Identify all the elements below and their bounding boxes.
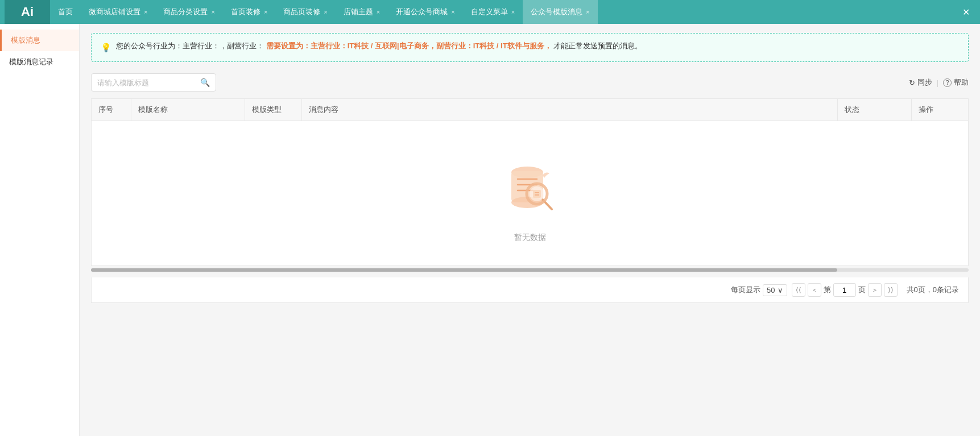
nav-tab-home[interactable]: 首页	[50, 0, 81, 24]
toolbar-right: ↻ 同步 | ? 帮助	[909, 77, 969, 88]
nav-tab-custom-menu[interactable]: 自定义菜单 ×	[463, 0, 523, 24]
first-page-button[interactable]: ⟨⟨	[792, 283, 805, 297]
sidebar-item-template-msg-record[interactable]: 模版消息记录	[0, 51, 79, 73]
next-page-button[interactable]: ＞	[868, 283, 882, 297]
table-header-row: 序号 模版名称 模版类型 消息内容 状态 操作	[92, 99, 969, 121]
col-actions: 操作	[912, 99, 969, 121]
scrollbar-thumb[interactable]	[91, 268, 837, 272]
prev-page-button[interactable]: ＜	[808, 283, 821, 297]
close-tab-category-settings[interactable]: ×	[211, 9, 214, 15]
close-tab-custom-menu[interactable]: ×	[511, 9, 515, 15]
pagination-bar: 每页显示 50 ∨ ⟨⟨ ＜ 第 页 ＞ ⟩⟩ 共0页，0条记录	[91, 277, 969, 303]
content-area: 💡 您的公众号行业为：主营行业：，副营行业： 需要设置为：主营行业：IT科技 /…	[80, 24, 980, 436]
close-tab-product-decor[interactable]: ×	[324, 9, 327, 15]
col-content: 消息内容	[302, 99, 838, 121]
alert-text: 您的公众号行业为：主营行业：，副营行业： 需要设置为：主营行业：IT科技 / 互…	[116, 40, 642, 52]
nav-tab-open-mall[interactable]: 开通公众号商城 ×	[388, 0, 462, 24]
sync-button[interactable]: ↻ 同步	[909, 77, 932, 88]
chevron-down-icon: ∨	[778, 286, 783, 294]
page-nav: ⟨⟨ ＜ 第 页 ＞ ⟩⟩	[792, 283, 898, 297]
nav-tab-home-decor[interactable]: 首页装修 ×	[223, 0, 275, 24]
nav-tab-template-msg[interactable]: 公众号模版消息 ×	[523, 0, 597, 24]
close-tab-store-settings[interactable]: ×	[144, 9, 147, 15]
col-type: 模版类型	[245, 99, 302, 121]
top-navigation: Ai 首页 微商城店铺设置 × 商品分类设置 × 首页装修 × 商品页装修 × …	[0, 0, 980, 24]
col-name: 模版名称	[131, 99, 245, 121]
close-tab-store-theme[interactable]: ×	[377, 9, 380, 15]
alert-notice: 💡 您的公众号行业为：主营行业：，副营行业： 需要设置为：主营行业：IT科技 /…	[91, 33, 969, 62]
search-icon[interactable]: 🔍	[200, 78, 210, 87]
col-seq: 序号	[92, 99, 131, 121]
search-input-wrap[interactable]: 🔍	[91, 73, 216, 92]
nav-tab-category-settings[interactable]: 商品分类设置 ×	[155, 0, 222, 24]
col-status: 状态	[838, 99, 912, 121]
nav-tab-store-settings[interactable]: 微商城店铺设置 ×	[81, 0, 155, 24]
nav-tab-store-theme[interactable]: 店铺主题 ×	[336, 0, 388, 24]
page-size-select: 每页显示 50 ∨	[731, 284, 787, 296]
main-layout: 模版消息 模版消息记录 💡 您的公众号行业为：主营行业：，副营行业： 需要设置为…	[0, 24, 980, 436]
page-size-dropdown[interactable]: 50 ∨	[763, 284, 787, 296]
alert-icon: 💡	[101, 41, 111, 55]
toolbar-divider: |	[937, 78, 938, 87]
search-bar: 🔍 ↻ 同步 | ? 帮助	[91, 73, 969, 92]
empty-state: 暂无数据	[92, 121, 968, 265]
empty-text: 暂无数据	[92, 232, 968, 243]
svg-rect-9	[533, 190, 541, 198]
sidebar-item-template-msg[interactable]: 模版消息	[0, 30, 79, 51]
sidebar: 模版消息 模版消息记录	[0, 24, 80, 436]
sync-icon: ↻	[909, 78, 915, 87]
nav-tab-product-decor[interactable]: 商品页装修 ×	[275, 0, 335, 24]
horizontal-scrollbar[interactable]	[91, 268, 969, 272]
current-page-input[interactable]	[833, 283, 856, 297]
last-page-button[interactable]: ⟩⟩	[884, 283, 898, 297]
close-all-tabs-button[interactable]: ✕	[957, 7, 975, 18]
close-tab-home-decor[interactable]: ×	[264, 9, 267, 15]
close-tab-template-msg[interactable]: ×	[586, 9, 589, 15]
data-table: 序号 模版名称 模版类型 消息内容 状态 操作	[91, 98, 969, 266]
close-tab-open-mall[interactable]: ×	[451, 9, 454, 15]
empty-state-row: 暂无数据	[92, 121, 969, 266]
total-info: 共0页，0条记录	[907, 285, 959, 295]
help-button[interactable]: ? 帮助	[943, 77, 969, 88]
empty-illustration	[496, 155, 564, 223]
help-icon: ?	[943, 78, 952, 87]
search-input[interactable]	[97, 78, 200, 87]
app-logo: Ai	[5, 0, 50, 24]
